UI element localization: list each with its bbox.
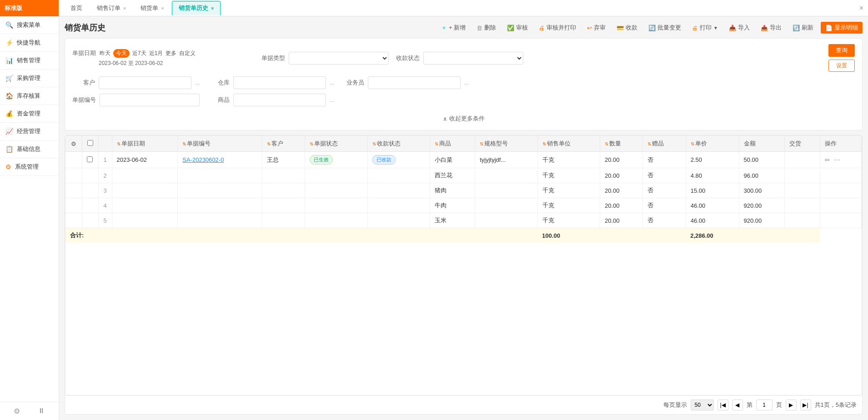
query-button[interactable]: 查询 [828,44,855,57]
next-page-button[interactable]: ▶ [786,400,797,410]
collect-status-select[interactable] [423,52,523,65]
tab-sales-history-label: 销货单历史 [179,4,208,12]
doc-no-sort-icon: ⇅ [182,141,186,146]
more-icon-0[interactable]: ⋯ [834,156,840,164]
delete-button[interactable]: 🗑 删除 [473,22,500,34]
th-goods[interactable]: ⇅商品 [430,136,475,152]
review-label: 审核 [516,24,528,32]
sidebar-item-ops-mgmt[interactable]: 📈 经营管理 [0,123,59,140]
cell-doc-status-4 [305,213,367,228]
th-checkbox[interactable] [82,136,98,152]
date-shortcut-more[interactable]: 更多 [166,50,176,57]
cell-doc-no-4[interactable] [178,213,262,228]
tab-sales-history-close[interactable]: × [211,5,214,11]
th-doc-no[interactable]: ⇅单据编号 [178,136,262,152]
tab-sales-order-close[interactable]: × [123,5,126,11]
th-collect-status[interactable]: ⇅收款状态 [367,136,430,152]
customer-input[interactable] [99,76,191,89]
docno-input[interactable] [100,94,200,106]
prev-page-button[interactable]: ◀ [732,400,743,410]
th-customer[interactable]: ⇅客户 [262,136,305,152]
date-shortcut-yesterday[interactable]: 昨天 [100,50,110,57]
collect-button[interactable]: 💳 收款 [613,22,641,34]
table-container[interactable]: ⚙ ⇅单据日期 ⇅单据编号 ⇅客户 ⇅单据状态 ⇅收款状态 ⇅商品 ⇅规格型号 … [65,135,862,395]
sidebar-item-search-menu[interactable]: 🔍 搜索菜单 [0,16,59,34]
cell-doc-no-2[interactable] [178,183,262,198]
warehouse-dots[interactable]: ... [330,80,334,86]
th-doc-status[interactable]: ⇅单据状态 [305,136,367,152]
show-detail-button[interactable]: 📄 显示明细 [821,22,863,34]
staff-input[interactable] [368,76,461,89]
date-shortcut-1month[interactable]: 近1月 [149,50,163,57]
import-button[interactable]: 📥 导入 [725,22,753,34]
th-gear[interactable]: ⚙ [65,136,82,152]
cell-doc-no-0[interactable]: SA-20230602-0 [178,152,262,168]
goods-dots[interactable]: ... [330,97,334,103]
collect-status-label: 收款状态 [396,54,420,62]
cell-doc-no-1[interactable] [178,168,262,183]
tab-sales-order[interactable]: 销售订单 × [90,1,133,15]
print-button[interactable]: 🖨 打印 ▼ [688,22,722,34]
edit-icon-0[interactable]: ✏ [825,156,830,164]
page-header: 销货单历史 ＋ + 新增 🗑 删除 ✅ 审核 🖨 审核并打印 [65,22,863,34]
th-action: 操作 [820,136,861,152]
th-unit[interactable]: ⇅销售单位 [537,136,600,152]
select-all-checkbox[interactable] [87,140,93,146]
th-qty[interactable]: ⇅数量 [600,136,642,152]
date-shortcut-custom[interactable]: 自定义 [179,50,196,57]
per-page-select[interactable]: 50 100 200 [691,400,714,410]
last-page-button[interactable]: ▶| [800,400,811,410]
cell-checkbox-4[interactable] [82,213,98,228]
filter-settings-button[interactable]: 设置 [828,60,855,72]
export-button[interactable]: 📤 导出 [757,22,785,34]
sidebar-item-inventory-calc[interactable]: 🏠 库存核算 [0,87,59,105]
review-print-button[interactable]: 🖨 审核并打印 [535,22,580,34]
review-print-icon: 🖨 [539,25,545,31]
th-doc-date[interactable]: ⇅单据日期 [112,136,178,152]
cell-checkbox-1[interactable] [82,168,98,183]
collapse-button[interactable]: ∧ 收起更多条件 [441,113,487,125]
customer-dots[interactable]: ... [195,80,200,86]
doc-no-link-0[interactable]: SA-20230602-0 [182,156,224,163]
th-spec[interactable]: ⇅规格型号 [475,136,537,152]
sidebar-item-sys-mgmt[interactable]: ⚙ 系统管理 [0,158,59,176]
sidebar-item-purchase-mgmt[interactable]: 🛒 采购管理 [0,70,59,87]
cell-checkbox-3[interactable] [82,198,98,213]
close-all-tabs-button[interactable]: × [859,4,863,12]
row-checkbox-0[interactable] [87,156,93,162]
th-price[interactable]: ⇅单价 [686,136,739,152]
sidebar-item-sales-mgmt[interactable]: 📊 销售管理 [0,52,59,70]
sidebar-item-sys-mgmt-label: 系统管理 [15,163,39,171]
review-button[interactable]: ✅ 审核 [503,22,532,34]
sidebar-item-fund-mgmt[interactable]: 💰 资金管理 [0,105,59,123]
tab-home[interactable]: 首页 [64,1,89,15]
batch-change-button[interactable]: 🔄 批量变更 [645,22,685,34]
cell-checkbox-2[interactable] [82,183,98,198]
page-input[interactable] [756,400,773,410]
sidebar-item-ops-mgmt-label: 经营管理 [17,127,40,135]
staff-dots[interactable]: ... [464,80,469,86]
sidebar-settings-icon[interactable]: ⚙ [14,407,20,415]
abandon-button[interactable]: ↩ 弃审 [583,22,609,34]
date-shortcut-7days[interactable]: 近7天 [132,50,146,57]
cell-checkbox-0[interactable] [82,152,98,168]
sidebar-item-basic-info[interactable]: 📋 基础信息 [0,140,59,158]
refresh-button[interactable]: 🔃 刷新 [789,22,817,34]
warehouse-input[interactable] [233,76,326,89]
sidebar-item-quick-nav[interactable]: ⚡ 快捷导航 [0,34,59,52]
cell-action-0: ✏⋯ [820,152,861,168]
first-page-button[interactable]: |◀ [717,400,728,410]
date-shortcut-today[interactable]: 今天 [113,49,130,58]
tab-sales-history[interactable]: 销货单历史 × [172,1,221,15]
customer-sort-icon: ⇅ [267,141,271,146]
tab-sales-goods[interactable]: 销货单 × [134,1,171,15]
tab-sales-goods-close[interactable]: × [161,5,164,11]
print-label: 打印 [700,24,712,32]
cell-doc-no-3[interactable] [178,198,262,213]
cell-gear-4 [65,213,82,228]
th-gift[interactable]: ⇅赠品 [643,136,686,152]
goods-input[interactable] [233,94,326,106]
new-button[interactable]: ＋ + 新增 [437,22,469,34]
sidebar-collapse-icon[interactable]: ⏸ [38,407,45,415]
doc-type-select[interactable] [289,52,389,65]
